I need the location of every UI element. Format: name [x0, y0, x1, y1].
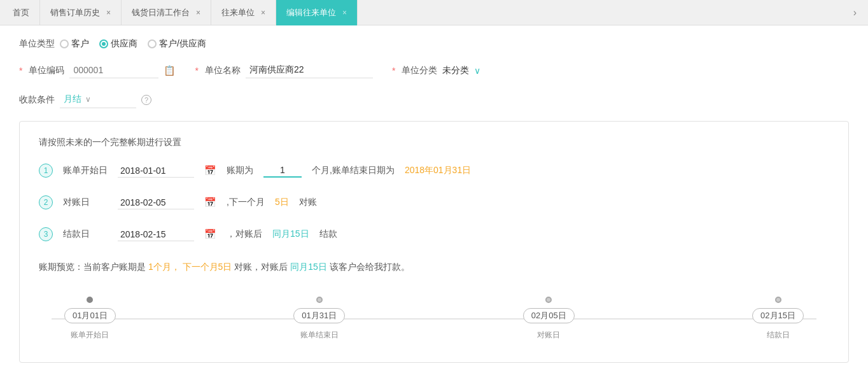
preview-label: 账期预览：当前客户账期是 — [39, 262, 146, 272]
category-dropdown-icon[interactable]: ∨ — [474, 66, 480, 76]
tab-home[interactable]: 首页 — [5, 0, 40, 25]
tab-edit-partner[interactable]: 编辑往来单位 × — [276, 0, 358, 25]
radio-customer-label: 客户 — [71, 38, 89, 50]
step-3-suffix: 结款 — [319, 229, 337, 240]
radio-supplier-circle — [99, 39, 108, 48]
step-2-highlight: 5日 — [275, 197, 289, 208]
timeline-dot-4 — [775, 297, 781, 303]
unit-code-group: * 单位编码 📋 — [19, 62, 176, 78]
step-3-row: 3 结款日 📅 ，对账后 同月15日 结款 — [39, 227, 829, 241]
unit-type-row: 单位类型 客户 供应商 客户/供应商 — [19, 38, 849, 50]
step-1-num: 1 — [39, 164, 53, 178]
step-2-row: 2 对账日 📅 ,下一个月5日 对账 — [39, 195, 829, 209]
radio-supplier-label: 供应商 — [111, 38, 137, 50]
payment-terms-row: 收款条件 月结 ∨ ? — [19, 91, 849, 108]
step-2-num: 2 — [39, 195, 53, 209]
tab-bar: 首页 销售订单历史 × 钱货日清工作台 × 往来单位 × 编辑往来单位 × › — [0, 0, 868, 25]
unit-category-group: * 单位分类 未分类 ∨ — [392, 65, 480, 76]
panel-title: 请按照未来的一个完整帐期进行设置 — [39, 137, 829, 148]
radio-customer-circle — [60, 39, 69, 48]
timeline-badge-1: 01月01日 — [64, 308, 116, 323]
unit-code-icon[interactable]: 📋 — [164, 65, 176, 76]
radio-both-circle — [148, 39, 157, 48]
payment-terms-arrow: ∨ — [85, 95, 91, 104]
timeline-points: 01月01日 账单开始日 01月31日 账单结束日 02月05日 对账日 — [64, 297, 804, 341]
preview-middle: 对账，对账后 — [234, 262, 288, 272]
tab-cash-label: 钱货日清工作台 — [132, 7, 190, 18]
unit-type-label: 单位类型 — [19, 38, 55, 50]
timeline-point-3: 02月05日 对账日 — [523, 297, 575, 341]
step-3-highlight: 同月15日 — [272, 229, 309, 240]
unit-name-required: * — [195, 66, 198, 76]
main-content: 单位类型 客户 供应商 客户/供应商 * 单位编码 — [0, 25, 868, 387]
timeline-label-2: 账单结束日 — [300, 330, 339, 341]
step-1-end-date: 2018年01月31日 — [405, 165, 471, 176]
timeline-point-4: 02月15日 结款日 — [752, 297, 804, 341]
preview-text: 账期预览：当前客户账期是 1个月， 下一个月5日 对账，对账后 同月15日 该客… — [39, 259, 829, 275]
payment-terms-help[interactable]: ? — [141, 95, 151, 105]
unit-category-required: * — [392, 66, 395, 76]
unit-category-value: 未分类 — [442, 65, 469, 76]
tab-more-button[interactable]: › — [847, 7, 863, 18]
timeline-point-2: 01月31日 账单结束日 — [293, 297, 345, 341]
preview-highlight3: 同月15日 — [290, 262, 327, 272]
step-3-label: 结款日 — [63, 229, 108, 240]
tab-partner-label: 往来单位 — [221, 7, 255, 18]
step-1-row: 1 账单开始日 📅 账期为 个月,账单结束日期为 2018年01月31日 — [39, 164, 829, 178]
timeline-badge-4: 02月15日 — [752, 308, 804, 323]
tab-sales-close[interactable]: × — [106, 8, 111, 17]
timeline-dot-1 — [87, 297, 93, 303]
timeline-point-1: 01月01日 账单开始日 — [64, 297, 116, 341]
tab-edit-label: 编辑往来单位 — [286, 7, 336, 18]
tab-edit-close[interactable]: × — [342, 8, 347, 17]
unit-info-row: * 单位编码 📋 * 单位名称 * 单位分类 未分类 ∨ — [19, 62, 849, 78]
step-2-suffix: 对账 — [299, 197, 317, 208]
step-2-label: 对账日 — [63, 197, 108, 208]
payment-terms-label: 收款条件 — [19, 94, 55, 106]
settings-panel: 请按照未来的一个完整帐期进行设置 1 账单开始日 📅 账期为 个月,账单结束日期… — [19, 121, 849, 363]
step-2-prefix: ,下一个月 — [227, 197, 265, 208]
unit-code-label: 单位编码 — [29, 65, 64, 76]
step-1-date-input[interactable] — [118, 164, 194, 178]
timeline-dot-2 — [316, 297, 323, 303]
timeline-label-1: 账单开始日 — [71, 330, 109, 341]
unit-code-required: * — [19, 66, 22, 76]
tab-cash-close[interactable]: × — [196, 8, 200, 17]
timeline-label-3: 对账日 — [537, 330, 560, 341]
step-1-cal-icon[interactable]: 📅 — [204, 165, 216, 176]
timeline-label-4: 结款日 — [767, 330, 790, 341]
tab-sales-label: 销售订单历史 — [50, 7, 100, 18]
timeline-badge-3: 02月05日 — [523, 308, 575, 323]
step-1-period-input[interactable] — [263, 164, 302, 178]
unit-type-group: 单位类型 客户 供应商 客户/供应商 — [19, 38, 206, 50]
tab-sales-order-history[interactable]: 销售订单历史 × — [40, 0, 122, 25]
tab-partner-close[interactable]: × — [261, 8, 265, 17]
payment-terms-group: 收款条件 月结 ∨ ? — [19, 91, 151, 108]
unit-name-input[interactable] — [246, 62, 373, 78]
step-3-cal-icon[interactable]: 📅 — [204, 229, 216, 240]
step-2-cal-icon[interactable]: 📅 — [204, 197, 216, 208]
preview-end: 该客户会给我打款。 — [330, 262, 410, 272]
step-1-suffix-before: 账期为 — [227, 165, 253, 176]
radio-customer[interactable]: 客户 — [60, 38, 89, 50]
radio-both-label: 客户/供应商 — [159, 38, 206, 50]
step-1-label: 账单开始日 — [63, 165, 108, 176]
tab-partner-units[interactable]: 往来单位 × — [211, 0, 276, 25]
step-3-date-input[interactable] — [118, 228, 194, 241]
preview-highlight1: 1个月， — [148, 262, 180, 272]
timeline-container: 01月01日 账单开始日 01月31日 账单结束日 02月05日 对账日 — [39, 290, 829, 347]
unit-name-label: 单位名称 — [205, 65, 241, 76]
timeline-badge-2: 01月31日 — [293, 308, 345, 323]
tab-cash-ledger[interactable]: 钱货日清工作台 × — [122, 0, 211, 25]
payment-terms-select[interactable]: 月结 ∨ — [60, 91, 136, 108]
tab-home-label: 首页 — [13, 7, 29, 18]
timeline-dot-3 — [545, 297, 552, 303]
payment-terms-value: 月结 — [64, 94, 81, 105]
step-2-date-input[interactable] — [118, 196, 194, 209]
radio-both[interactable]: 客户/供应商 — [148, 38, 206, 50]
unit-category-label: 单位分类 — [402, 65, 437, 76]
radio-supplier[interactable]: 供应商 — [99, 38, 137, 50]
unit-name-group: * 单位名称 — [195, 62, 372, 78]
preview-highlight2: 下一个月5日 — [183, 262, 232, 272]
unit-code-input[interactable] — [69, 62, 158, 78]
